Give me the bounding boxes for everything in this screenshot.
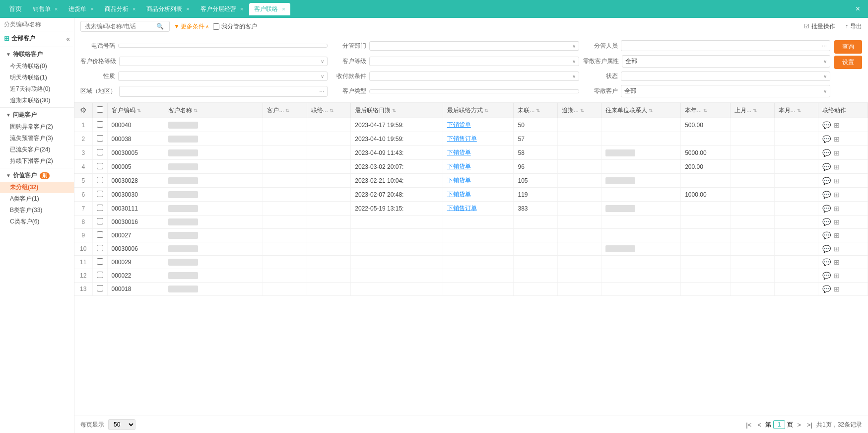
row-last-method[interactable]: 下销货单 bbox=[443, 160, 514, 174]
menu-icon[interactable]: ⊞ bbox=[834, 163, 840, 171]
th-this-year[interactable]: 本年...⇅ bbox=[681, 103, 731, 118]
menu-icon[interactable]: ⊞ bbox=[834, 205, 840, 213]
row-checkbox[interactable] bbox=[97, 121, 103, 128]
sidebar-item-class-c[interactable]: C类客户(6) bbox=[0, 216, 74, 227]
chat-icon[interactable]: 💬 bbox=[822, 231, 831, 239]
chat-icon[interactable]: 💬 bbox=[822, 218, 831, 226]
page-size-select[interactable]: 50 20 100 bbox=[108, 419, 135, 430]
th-settings[interactable]: ⚙ bbox=[74, 103, 92, 118]
my-customers-checkbox[interactable] bbox=[213, 23, 219, 30]
phone-input[interactable] bbox=[118, 44, 328, 48]
batch-ops-button[interactable]: ☑ 批量操作 bbox=[804, 22, 835, 31]
method-link[interactable]: 下销货单 bbox=[447, 191, 471, 198]
row-checkbox-cell[interactable] bbox=[92, 202, 107, 216]
next-page-button[interactable]: > bbox=[795, 420, 803, 430]
th-type[interactable]: 客户...⇅ bbox=[263, 103, 307, 118]
sidebar-item-churn-risk[interactable]: 流失预警客户(3) bbox=[0, 133, 74, 144]
row-checkbox[interactable] bbox=[97, 205, 103, 211]
row-last-method[interactable] bbox=[443, 216, 514, 229]
th-partner-contact[interactable]: 往来单位联系人⇅ bbox=[601, 103, 681, 118]
nav-tab-product-analysis-list[interactable]: 商品分析列表 × bbox=[141, 3, 194, 15]
close-customer-segment-tab[interactable]: × bbox=[240, 6, 243, 12]
menu-icon[interactable]: ⊞ bbox=[834, 121, 840, 129]
th-contact[interactable]: 联络...⇅ bbox=[307, 103, 350, 118]
row-checkbox-cell[interactable] bbox=[92, 242, 107, 256]
nav-tab-customer-segment[interactable]: 客户分层经营 × bbox=[196, 3, 248, 15]
row-checkbox-cell[interactable] bbox=[92, 229, 107, 242]
main-search-icon[interactable]: 🔍 bbox=[156, 23, 164, 30]
row-checkbox[interactable] bbox=[97, 191, 103, 197]
method-link[interactable]: 下销售订单 bbox=[447, 205, 477, 212]
menu-icon[interactable]: ⊞ bbox=[834, 272, 840, 280]
prev-page-button[interactable]: < bbox=[755, 420, 763, 430]
th-this-month[interactable]: 本月...⇅ bbox=[774, 103, 818, 118]
row-checkbox[interactable] bbox=[97, 163, 103, 169]
chat-icon[interactable]: 💬 bbox=[822, 258, 831, 266]
close-all-button[interactable]: × bbox=[852, 4, 864, 13]
manager-input[interactable]: ··· bbox=[621, 40, 830, 51]
method-link[interactable]: 下销货单 bbox=[447, 149, 471, 156]
chat-icon[interactable]: 💬 bbox=[822, 163, 831, 171]
menu-icon[interactable]: ⊞ bbox=[834, 258, 840, 266]
row-checkbox-cell[interactable] bbox=[92, 146, 107, 160]
th-uncontact-days[interactable]: 未联...⇅ bbox=[514, 103, 557, 118]
chat-icon[interactable]: 💬 bbox=[822, 149, 831, 157]
retail-customer-select[interactable]: 全部 ∨ bbox=[621, 85, 830, 97]
row-checkbox-cell[interactable] bbox=[92, 132, 107, 146]
menu-icon[interactable]: ⊞ bbox=[834, 285, 840, 293]
close-product-analysis-tab[interactable]: × bbox=[133, 6, 135, 12]
chat-icon[interactable]: 💬 bbox=[822, 272, 831, 280]
menu-icon[interactable]: ⊞ bbox=[834, 191, 840, 199]
customer-type-input[interactable] bbox=[369, 89, 579, 93]
method-link[interactable]: 下销售订单 bbox=[447, 135, 477, 142]
row-checkbox-cell[interactable] bbox=[92, 160, 107, 174]
select-all-checkbox[interactable] bbox=[97, 106, 103, 113]
sidebar-item-lost[interactable]: 已流失客户(24) bbox=[0, 144, 74, 155]
method-link[interactable]: 下销货单 bbox=[447, 163, 471, 170]
close-customer-contact-tab[interactable]: × bbox=[282, 6, 285, 12]
th-last-month[interactable]: 上月...⇅ bbox=[731, 103, 774, 118]
th-code[interactable]: 客户编码⇅ bbox=[107, 103, 164, 118]
chat-icon[interactable]: 💬 bbox=[822, 177, 831, 185]
sidebar-group-problem-customers[interactable]: ▼ 问题客户 bbox=[0, 109, 74, 121]
chat-icon[interactable]: 💬 bbox=[822, 205, 831, 213]
sidebar-item-abnormal[interactable]: 固购异常客户(2) bbox=[0, 121, 74, 133]
payment-select[interactable]: ∨ bbox=[369, 72, 579, 81]
row-checkbox[interactable] bbox=[97, 231, 103, 238]
sidebar-item-declining[interactable]: 持续下滑客户(2) bbox=[0, 155, 74, 167]
nav-tab-purchase[interactable]: 进货单 × bbox=[64, 3, 98, 15]
query-button[interactable]: 查询 bbox=[834, 40, 862, 54]
sidebar-item-unclassified[interactable]: 未分组(32) bbox=[0, 182, 74, 193]
th-last-contact-date[interactable]: 最后联络日期⇅ bbox=[351, 103, 443, 118]
row-checkbox[interactable] bbox=[97, 218, 103, 224]
row-last-method[interactable]: 下销售订单 bbox=[443, 202, 514, 216]
sidebar-group-pending-contact[interactable]: ▼ 待联络客户 bbox=[0, 48, 74, 61]
row-last-method[interactable] bbox=[443, 256, 514, 269]
customer-level-select[interactable]: ∨ bbox=[369, 57, 579, 66]
row-checkbox-cell[interactable] bbox=[92, 118, 107, 132]
method-link[interactable]: 下销货单 bbox=[447, 177, 471, 184]
sidebar-item-class-a[interactable]: A类客户(1) bbox=[0, 193, 74, 205]
th-checkbox[interactable] bbox=[92, 103, 107, 118]
menu-icon[interactable]: ⊞ bbox=[834, 177, 840, 185]
row-checkbox[interactable] bbox=[97, 135, 103, 142]
row-last-method[interactable] bbox=[443, 269, 514, 283]
price-level-select[interactable]: ∨ bbox=[119, 57, 328, 66]
settings-gear-icon[interactable]: ⚙ bbox=[80, 106, 86, 114]
row-checkbox[interactable] bbox=[97, 285, 103, 291]
sidebar-item-overdue[interactable]: 逾期未联络(30) bbox=[0, 95, 74, 106]
last-page-button[interactable]: >| bbox=[805, 420, 814, 430]
chat-icon[interactable]: 💬 bbox=[822, 191, 831, 199]
menu-icon[interactable]: ⊞ bbox=[834, 149, 840, 157]
nature-select[interactable]: ∨ bbox=[118, 72, 328, 81]
nav-tab-home[interactable]: 首页 bbox=[4, 2, 27, 15]
chat-icon[interactable]: 💬 bbox=[822, 121, 831, 129]
more-conditions-button[interactable]: ▼ 更多条件 ∧ bbox=[174, 22, 209, 31]
sidebar-search-input[interactable] bbox=[4, 21, 74, 28]
menu-icon[interactable]: ⊞ bbox=[834, 231, 840, 239]
chat-icon[interactable]: 💬 bbox=[822, 245, 831, 253]
sidebar-item-week[interactable]: 近7天待联络(0) bbox=[0, 83, 74, 95]
row-last-method[interactable] bbox=[443, 229, 514, 242]
status-select[interactable]: ∨ bbox=[621, 72, 830, 81]
row-last-method[interactable]: 下销售订单 bbox=[443, 132, 514, 146]
